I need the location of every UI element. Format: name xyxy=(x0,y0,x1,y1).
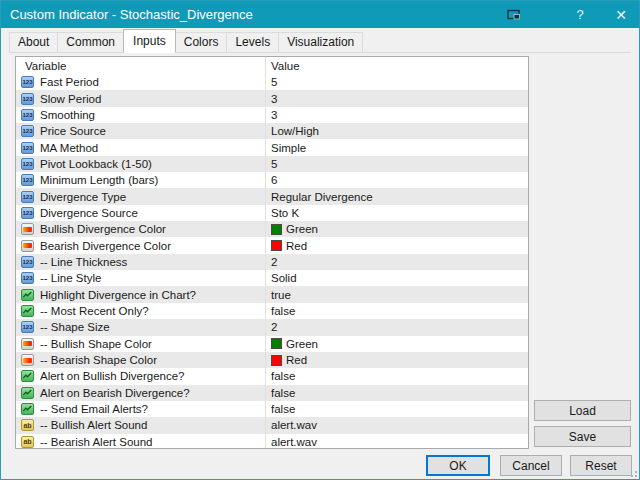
value-text: false xyxy=(271,403,295,415)
variable-value[interactable]: false xyxy=(266,368,528,384)
help-button[interactable]: ? xyxy=(565,1,595,28)
variable-cell: 123-- Line Thickness xyxy=(16,254,266,270)
variable-value[interactable]: Solid xyxy=(266,270,528,286)
value-text: 3 xyxy=(271,109,277,121)
dock-window-icon[interactable] xyxy=(500,1,528,28)
value-text: false xyxy=(271,370,295,382)
tab-bar: AboutCommonInputsColorsLevelsVisualizati… xyxy=(9,33,631,53)
variable-cell: 123MA Method xyxy=(16,139,266,155)
variable-cell: 123-- Line Style xyxy=(16,270,266,286)
variable-name: Minimum Length (bars) xyxy=(40,174,158,186)
int-type-icon: 123 xyxy=(21,93,34,105)
value-text: alert.wav xyxy=(271,419,317,431)
table-row[interactable]: Alert on Bullish Divergence?false xyxy=(16,368,528,384)
color-type-icon xyxy=(21,354,34,366)
table-row[interactable]: 123-- Line Thickness2 xyxy=(16,254,528,270)
variable-cell: 123-- Shape Size xyxy=(16,319,266,335)
variable-cell: Alert on Bearish Divergence? xyxy=(16,385,266,401)
ok-button[interactable]: OK xyxy=(426,455,490,476)
table-row[interactable]: 123Slow Period3 xyxy=(16,90,528,106)
value-text: 2 xyxy=(271,256,277,268)
int-type-icon: 123 xyxy=(21,158,34,170)
tab-levels[interactable]: Levels xyxy=(226,32,279,52)
variable-value[interactable]: false xyxy=(266,303,528,319)
table-row[interactable]: Highlight Divergence in Chart?true xyxy=(16,286,528,302)
table-row[interactable]: Bearish Divergence ColorRed xyxy=(16,237,528,253)
table-row[interactable]: Bullish Divergence ColorGreen xyxy=(16,221,528,237)
variable-value[interactable]: false xyxy=(266,401,528,417)
table-row[interactable]: -- Most Recent Only?false xyxy=(16,303,528,319)
value-text: alert.wav xyxy=(271,436,317,448)
variable-cell: 123Divergence Type xyxy=(16,188,266,204)
tab-visualization[interactable]: Visualization xyxy=(278,32,363,52)
variable-value[interactable]: Red xyxy=(266,237,528,253)
tab-inputs[interactable]: Inputs xyxy=(123,29,176,53)
table-row[interactable]: 123Price SourceLow/High xyxy=(16,123,528,139)
column-header-variable[interactable]: Variable xyxy=(16,57,266,74)
reset-button[interactable]: Reset xyxy=(570,455,632,476)
variable-name: Divergence Source xyxy=(40,207,138,219)
table-row[interactable]: 123-- Shape Size2 xyxy=(16,319,528,335)
tab-about[interactable]: About xyxy=(9,32,58,52)
table-row[interactable]: -- Bullish Shape ColorGreen xyxy=(16,336,528,352)
variable-cell: 123Minimum Length (bars) xyxy=(16,172,266,188)
variable-name: -- Most Recent Only? xyxy=(40,305,149,317)
table-row[interactable]: -- Bearish Shape ColorRed xyxy=(16,352,528,368)
variable-cell: 123Smoothing xyxy=(16,107,266,123)
variable-value[interactable]: 2 xyxy=(266,319,528,335)
variable-value[interactable]: false xyxy=(266,385,528,401)
variable-cell: Bearish Divergence Color xyxy=(16,237,266,253)
value-text: Red xyxy=(286,354,307,366)
table-row[interactable]: ab-- Bearish Alert Soundalert.wav xyxy=(16,434,528,449)
variable-value[interactable]: 5 xyxy=(266,156,528,172)
table-row[interactable]: ab-- Bullish Alert Soundalert.wav xyxy=(16,417,528,433)
table-row[interactable]: 123Pivot Lookback (1-50)5 xyxy=(16,156,528,172)
titlebar: Custom Indicator - Stochastic_Divergence… xyxy=(1,1,639,28)
table-row[interactable]: 123Smoothing3 xyxy=(16,107,528,123)
variable-value[interactable]: alert.wav xyxy=(266,417,528,433)
variable-value[interactable]: Green xyxy=(266,336,528,352)
tab-common[interactable]: Common xyxy=(57,32,124,52)
table-row[interactable]: 123Divergence TypeRegular Divergence xyxy=(16,188,528,204)
int-type-icon: 123 xyxy=(21,256,34,268)
save-button[interactable]: Save xyxy=(534,426,631,447)
variable-value[interactable]: 3 xyxy=(266,90,528,106)
table-row[interactable]: 123Minimum Length (bars)6 xyxy=(16,172,528,188)
variable-cell: 123Pivot Lookback (1-50) xyxy=(16,156,266,172)
int-type-icon: 123 xyxy=(21,125,34,137)
close-button[interactable]: ✕ xyxy=(605,1,637,28)
int-type-icon: 123 xyxy=(21,109,34,121)
variable-name: -- Bullish Alert Sound xyxy=(40,419,147,431)
variable-value[interactable]: Low/High xyxy=(266,123,528,139)
variable-value[interactable]: Regular Divergence xyxy=(266,188,528,204)
resize-grip[interactable] xyxy=(628,468,637,477)
tab-colors[interactable]: Colors xyxy=(175,32,228,52)
int-type-icon: 123 xyxy=(21,321,34,333)
variable-name: Bearish Divergence Color xyxy=(40,240,171,252)
int-type-icon: 123 xyxy=(21,272,34,284)
variable-name: Highlight Divergence in Chart? xyxy=(40,289,196,301)
table-row[interactable]: 123-- Line StyleSolid xyxy=(16,270,528,286)
bool-type-icon xyxy=(21,289,34,301)
table-row[interactable]: 123MA MethodSimple xyxy=(16,139,528,155)
variable-value[interactable]: 5 xyxy=(266,74,528,90)
variable-value[interactable]: 3 xyxy=(266,107,528,123)
variable-value[interactable]: Red xyxy=(266,352,528,368)
column-header-value[interactable]: Value xyxy=(266,57,528,74)
variable-cell: -- Bullish Shape Color xyxy=(16,336,266,352)
table-row[interactable]: 123Fast Period5 xyxy=(16,74,528,90)
variable-value[interactable]: Sto K xyxy=(266,205,528,221)
cancel-button[interactable]: Cancel xyxy=(500,455,562,476)
load-button[interactable]: Load xyxy=(534,400,631,421)
value-text: 6 xyxy=(271,174,277,186)
variable-value[interactable]: Green xyxy=(266,221,528,237)
variable-value[interactable]: alert.wav xyxy=(266,434,528,449)
table-row[interactable]: Alert on Bearish Divergence?false xyxy=(16,385,528,401)
variable-value[interactable]: Simple xyxy=(266,139,528,155)
variable-cell: Highlight Divergence in Chart? xyxy=(16,286,266,302)
variable-value[interactable]: 6 xyxy=(266,172,528,188)
table-row[interactable]: 123Divergence SourceSto K xyxy=(16,205,528,221)
variable-value[interactable]: true xyxy=(266,286,528,302)
variable-value[interactable]: 2 xyxy=(266,254,528,270)
table-row[interactable]: -- Send Email Alerts?false xyxy=(16,401,528,417)
